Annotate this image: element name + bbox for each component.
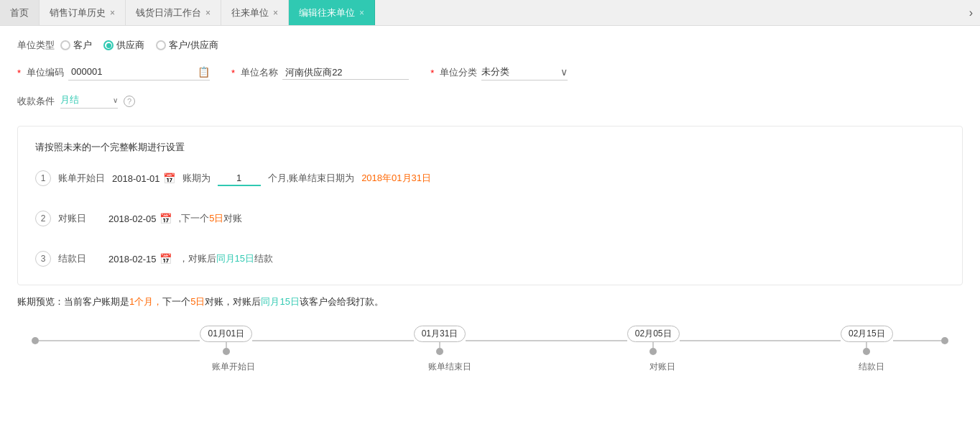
unit-category-select[interactable]: 未分类 ∨ bbox=[481, 65, 568, 80]
tl-stem-4 bbox=[866, 342, 867, 348]
close-edit-partner-icon[interactable]: × bbox=[359, 8, 364, 18]
step-3-calendar-icon[interactable]: 📅 bbox=[160, 253, 172, 264]
tl-label-spacer-start bbox=[32, 361, 39, 373]
step-2-date: 2018-02-05 bbox=[108, 213, 157, 224]
payment-terms-help-icon[interactable]: ? bbox=[124, 96, 135, 107]
unit-code-label: 单位编码 bbox=[27, 66, 64, 79]
category-dropdown-icon: ∨ bbox=[560, 66, 568, 78]
tl-dot-1 bbox=[223, 348, 230, 355]
tl-badge-4: 02月15日 bbox=[841, 326, 893, 342]
period-value-input[interactable] bbox=[218, 171, 261, 186]
cat-star: * bbox=[430, 68, 434, 78]
tl-line-1 bbox=[39, 340, 200, 341]
copy-icon[interactable]: 📋 bbox=[198, 66, 210, 78]
step-1-calendar-icon[interactable]: 📅 bbox=[163, 172, 175, 184]
tl-stem-3 bbox=[652, 342, 654, 348]
tl-line-4 bbox=[680, 340, 841, 341]
preview-prefix: 账期预览：当前客户账期是 bbox=[17, 296, 129, 307]
section-instruction: 请按照未来的一个完整帐期进行设置 bbox=[35, 141, 945, 154]
step-2-prefix: ,下一个 bbox=[179, 213, 210, 224]
step-3-label: 结款日 bbox=[58, 252, 101, 265]
close-cashflow-icon[interactable]: × bbox=[205, 8, 211, 18]
step-2-num: 2 bbox=[35, 211, 51, 226]
radio-supplier-circle bbox=[103, 40, 114, 50]
step-2-row: 2 对账日 2018-02-05 📅 ,下一个5日对账 bbox=[35, 207, 945, 230]
tab-more-button[interactable]: › bbox=[962, 0, 980, 25]
step-1-period-unit: 个月,账单结束日期为 bbox=[268, 172, 355, 185]
step-3-suffix: 结款 bbox=[254, 253, 273, 264]
payment-terms-select[interactable]: 月结 ∨ bbox=[60, 93, 118, 109]
tl-lseg4 bbox=[680, 361, 854, 373]
tab-partner-label: 往来单位 bbox=[231, 6, 269, 19]
step-1-period-end: 2018年01月31日 bbox=[361, 172, 431, 185]
tl-dot-2 bbox=[436, 348, 443, 355]
step-3-highlight: 同月15日 bbox=[216, 253, 254, 264]
tl-name-2: 账单结束日 bbox=[428, 361, 471, 373]
step-3-row: 3 结款日 2018-02-15 📅 ，对账后同月15日结款 bbox=[35, 247, 945, 270]
tab-cashflow[interactable]: 钱货日清工作台 × bbox=[126, 0, 221, 25]
step-3-date: 2018-02-15 bbox=[108, 254, 157, 264]
radio-customer-circle bbox=[60, 40, 70, 50]
step-2-calendar-icon[interactable]: 📅 bbox=[160, 213, 172, 224]
payment-terms-label: 收款条件 bbox=[17, 95, 55, 108]
step-2-suffix: 对账 bbox=[223, 213, 242, 224]
radio-supplier-label: 供应商 bbox=[116, 39, 144, 52]
payment-terms-value: 月结 bbox=[60, 93, 79, 106]
tl-label-spacer-end bbox=[941, 361, 948, 373]
step-3-num: 3 bbox=[35, 251, 51, 267]
unit-type-label: 单位类型 bbox=[17, 39, 55, 52]
tl-lseg-end bbox=[889, 361, 941, 373]
tl-stem-1 bbox=[226, 342, 227, 348]
tab-partner[interactable]: 往来单位 × bbox=[221, 0, 289, 25]
tl-badge-1: 01月01日 bbox=[200, 326, 252, 342]
payment-terms-row: 收款条件 月结 ∨ ? bbox=[17, 93, 963, 109]
close-partner-icon[interactable]: × bbox=[273, 8, 278, 18]
radio-both-label: 客户/供应商 bbox=[169, 39, 218, 52]
preview-reconcile: 5日 bbox=[190, 296, 205, 307]
unit-code-input-box: 📋 bbox=[68, 65, 210, 80]
unit-name-label: 单位名称 bbox=[241, 66, 278, 79]
tab-home[interactable]: 首页 bbox=[0, 0, 40, 25]
tl-name-3: 对账日 bbox=[650, 361, 675, 373]
preview-period: 1个月， bbox=[129, 296, 162, 307]
tab-edit-partner-label: 编辑往来单位 bbox=[299, 6, 355, 19]
main-content: 单位类型 客户 供应商 客户/供应商 * 单位编码 📋 bbox=[0, 26, 980, 437]
code-name-category-row: * 单位编码 📋 * 单位名称 * 单位分类 未分类 ∨ bbox=[17, 65, 963, 80]
payment-terms-dropdown-icon: ∨ bbox=[113, 96, 118, 104]
radio-both[interactable]: 客户/供应商 bbox=[156, 39, 218, 52]
unit-type-radio-group: 客户 供应商 客户/供应商 bbox=[60, 39, 218, 52]
tab-sales-label: 销售订单历史 bbox=[50, 6, 106, 19]
close-sales-history-icon[interactable]: × bbox=[110, 8, 115, 18]
radio-both-circle bbox=[156, 40, 166, 50]
step-3-desc: ，对账后同月15日结款 bbox=[179, 252, 273, 265]
preview-payment: 同月15日 bbox=[261, 296, 299, 307]
step-1-label: 账单开始日 bbox=[58, 172, 105, 185]
tl-label-4: 结款日 bbox=[854, 361, 889, 373]
radio-customer[interactable]: 客户 bbox=[60, 39, 92, 52]
preview-bar: 账期预览：当前客户账期是1个月，下一个5日对账，对账后同月15日该客户会给我打款… bbox=[17, 285, 963, 318]
step-1-num: 1 bbox=[35, 170, 51, 186]
step-1-date-box: 2018-01-01 📅 bbox=[112, 172, 175, 184]
tl-node-2: 01月31日 bbox=[414, 326, 466, 355]
tl-dot-4 bbox=[863, 348, 870, 355]
unit-category-label: 单位分类 bbox=[440, 66, 477, 79]
step-2-desc: ,下一个5日对账 bbox=[179, 212, 243, 225]
step-3-prefix: ，对账后 bbox=[179, 253, 216, 264]
name-star: * bbox=[231, 68, 235, 78]
radio-supplier[interactable]: 供应商 bbox=[103, 39, 144, 52]
preview-mid1: 下一个 bbox=[162, 296, 190, 307]
tl-line-2 bbox=[252, 340, 413, 341]
unit-name-input[interactable] bbox=[282, 65, 409, 80]
unit-category-value: 未分类 bbox=[481, 65, 509, 78]
tl-label-1: 账单开始日 bbox=[212, 361, 255, 373]
step-1-row: 1 账单开始日 2018-01-01 📅 账期为 个月,账单结束日期为 2018… bbox=[35, 167, 945, 190]
tl-lseg3 bbox=[471, 361, 644, 373]
tab-edit-partner[interactable]: 编辑往来单位 × bbox=[289, 0, 375, 25]
unit-code-input[interactable] bbox=[68, 65, 195, 78]
tl-node-4: 02月15日 bbox=[841, 326, 893, 355]
tab-sales-history[interactable]: 销售订单历史 × bbox=[40, 0, 126, 25]
tl-line-3 bbox=[466, 340, 627, 341]
step-3-date-box: 2018-02-15 📅 bbox=[108, 253, 172, 264]
period-settings-section: 请按照未来的一个完整帐期进行设置 1 账单开始日 2018-01-01 📅 账期… bbox=[17, 126, 963, 285]
tl-node-3: 02月05日 bbox=[627, 326, 680, 355]
